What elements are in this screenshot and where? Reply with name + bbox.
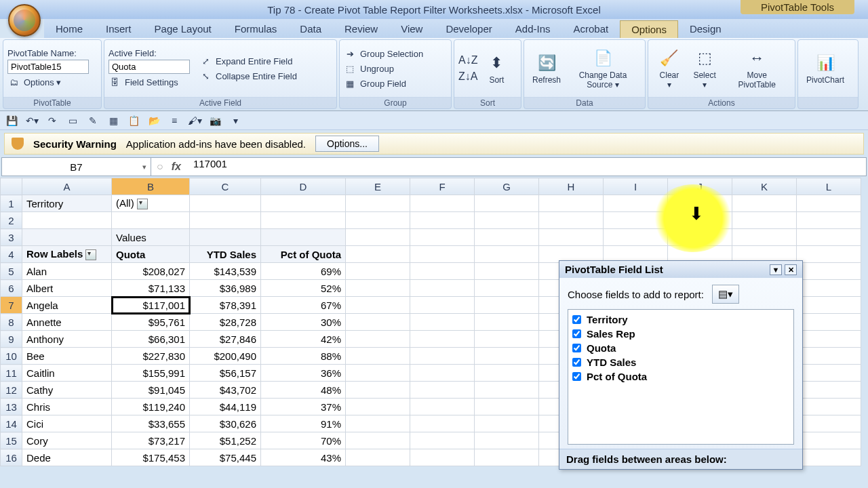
cell-L10[interactable] — [797, 348, 861, 365]
cell-L1[interactable] — [797, 195, 861, 212]
cell-D12[interactable]: 48% — [261, 382, 346, 399]
tab-add-ins[interactable]: Add-Ins — [504, 20, 562, 38]
row-header-4[interactable]: 4 — [1, 246, 22, 263]
cell-F7[interactable] — [410, 297, 475, 314]
cell-C11[interactable]: $56,157 — [190, 365, 261, 382]
qat-btn-5[interactable]: 📂 — [146, 113, 161, 128]
row-header-11[interactable]: 11 — [1, 365, 22, 382]
cell-B10[interactable]: $227,830 — [112, 348, 190, 365]
col-header-E[interactable]: E — [346, 178, 410, 195]
cell-K2[interactable] — [732, 212, 797, 229]
cell-C15[interactable]: $51,252 — [190, 432, 261, 449]
cell-J3[interactable] — [668, 229, 732, 246]
ungroup-button[interactable]: ⬚Ungroup — [344, 62, 423, 75]
cell-B12[interactable]: $91,045 — [112, 382, 190, 399]
cell-L4[interactable] — [797, 246, 861, 263]
expand-field-button[interactable]: ⤢Expand Entire Field — [199, 54, 297, 68]
cell-C3[interactable] — [190, 229, 261, 246]
select-all-corner[interactable] — [1, 178, 22, 195]
cell-B14[interactable]: $33,655 — [112, 415, 190, 432]
col-header-K[interactable]: K — [732, 178, 797, 195]
col-header-A[interactable]: A — [22, 178, 112, 195]
cell-E9[interactable] — [346, 331, 410, 348]
cell-G11[interactable] — [475, 365, 539, 382]
col-header-J[interactable]: J — [668, 178, 732, 195]
cell-C13[interactable]: $44,119 — [190, 399, 261, 415]
cell-D5[interactable]: 69% — [261, 263, 346, 280]
cell-E2[interactable] — [346, 212, 410, 229]
cell-D15[interactable]: 70% — [261, 432, 346, 449]
group-selection-button[interactable]: ➔Group Selection — [344, 47, 423, 60]
cell-A4[interactable]: Row Labels — [22, 246, 112, 263]
cell-B16[interactable]: $175,453 — [112, 449, 190, 466]
filter-dropdown-icon[interactable] — [137, 199, 148, 209]
cell-E8[interactable] — [346, 314, 410, 331]
cell-E16[interactable] — [346, 449, 410, 466]
pivottable-options-button[interactable]: 🗂Options ▾ — [7, 75, 89, 89]
cell-G5[interactable] — [475, 263, 539, 280]
cell-D11[interactable]: 36% — [261, 365, 346, 382]
cell-G15[interactable] — [475, 432, 539, 449]
change-data-source-button[interactable]: 📄Change Data Source ▾ — [565, 46, 641, 91]
cell-L13[interactable] — [797, 399, 861, 415]
field-checkbox-pct-of-quota[interactable] — [572, 372, 581, 381]
cell-L11[interactable] — [797, 365, 861, 382]
pivottable-field-list[interactable]: PivotTable Field List ▼ ✕ Choose fields … — [559, 260, 803, 470]
cell-A7[interactable]: Angela — [22, 297, 112, 314]
cell-F5[interactable] — [410, 263, 475, 280]
cell-E13[interactable] — [346, 399, 410, 415]
cell-A5[interactable]: Alan — [22, 263, 112, 280]
tab-design[interactable]: Design — [678, 20, 733, 38]
fx-cancel-icon[interactable]: ○ — [157, 161, 163, 173]
row-header-16[interactable]: 16 — [1, 449, 22, 466]
cell-A8[interactable]: Annette — [22, 314, 112, 331]
cell-C7[interactable]: $78,391 — [190, 297, 261, 314]
col-header-B[interactable]: B — [112, 178, 190, 195]
name-box[interactable]: B7 — [2, 158, 151, 176]
rowlabels-dropdown-icon[interactable] — [85, 249, 96, 260]
row-header-15[interactable]: 15 — [1, 432, 22, 449]
cell-B1[interactable]: (All) — [112, 195, 190, 212]
cell-G8[interactable] — [475, 314, 539, 331]
cell-D3[interactable] — [261, 229, 346, 246]
cell-C6[interactable]: $36,989 — [190, 280, 261, 297]
cell-C16[interactable]: $75,445 — [190, 449, 261, 466]
cell-F15[interactable] — [410, 432, 475, 449]
field-ytd-sales[interactable]: YTD Sales — [572, 355, 789, 369]
cell-A2[interactable] — [22, 212, 112, 229]
cell-C8[interactable]: $28,728 — [190, 314, 261, 331]
cell-L2[interactable] — [797, 212, 861, 229]
cell-F12[interactable] — [410, 382, 475, 399]
row-header-7[interactable]: 7 — [1, 297, 22, 314]
col-header-D[interactable]: D — [261, 178, 346, 195]
tab-options[interactable]: Options — [620, 20, 678, 38]
cell-G13[interactable] — [475, 399, 539, 415]
tab-page-layout[interactable]: Page Layout — [143, 20, 223, 38]
cell-C10[interactable]: $200,490 — [190, 348, 261, 365]
sort-az-icon[interactable]: A↓Z — [458, 54, 477, 66]
cell-E3[interactable] — [346, 229, 410, 246]
row-header-12[interactable]: 12 — [1, 382, 22, 399]
field-checkbox-ytd-sales[interactable] — [572, 358, 581, 367]
cell-B2[interactable] — [112, 212, 190, 229]
cell-A1[interactable]: Territory — [22, 195, 112, 212]
cell-L6[interactable] — [797, 280, 861, 297]
cell-D14[interactable]: 91% — [261, 415, 346, 432]
cell-E7[interactable] — [346, 297, 410, 314]
cell-L5[interactable] — [797, 263, 861, 280]
cell-A13[interactable]: Chris — [22, 399, 112, 415]
pivottable-name-input[interactable] — [7, 60, 89, 74]
cell-B7[interactable]: $117,001 — [112, 297, 190, 314]
col-header-I[interactable]: I — [604, 178, 668, 195]
col-header-G[interactable]: G — [475, 178, 539, 195]
cell-E14[interactable] — [346, 415, 410, 432]
qat-btn-4[interactable]: 📋 — [126, 113, 141, 128]
cell-L9[interactable] — [797, 331, 861, 348]
tab-data[interactable]: Data — [288, 20, 333, 38]
cell-E1[interactable] — [346, 195, 410, 212]
field-pct-of-quota[interactable]: Pct of Quota — [572, 369, 789, 384]
cell-G14[interactable] — [475, 415, 539, 432]
formula-value[interactable]: 117001 — [186, 158, 227, 176]
cell-L15[interactable] — [797, 432, 861, 449]
qat-more[interactable]: ▾ — [228, 113, 243, 128]
